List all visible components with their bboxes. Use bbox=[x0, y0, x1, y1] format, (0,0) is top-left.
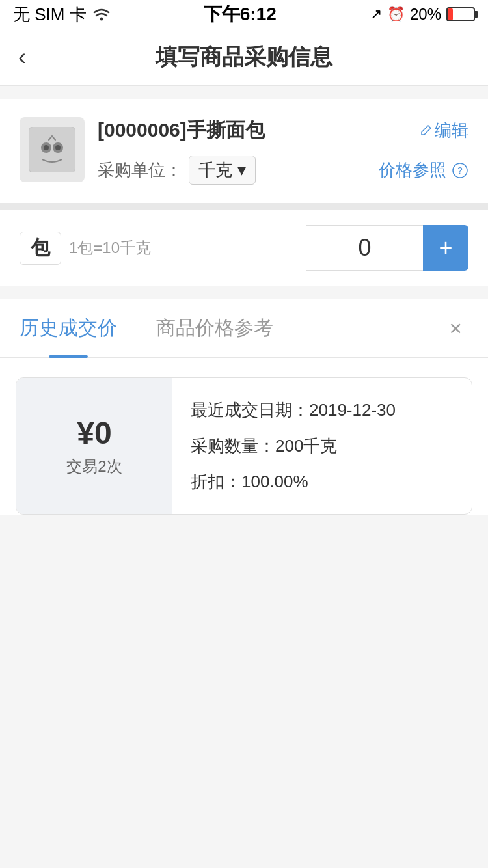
help-icon: ? bbox=[452, 162, 468, 179]
product-name: [0000006]手撕面包 bbox=[98, 117, 265, 144]
unit-label-group: 采购单位： 千克 ▾ bbox=[98, 156, 256, 185]
battery-percent: 20% bbox=[410, 5, 441, 23]
product-logo-icon bbox=[29, 127, 75, 172]
quantity-input[interactable] bbox=[306, 225, 423, 271]
quantity-input-group: + bbox=[306, 225, 468, 271]
unit-conversion: 1包=10千克 bbox=[69, 237, 151, 258]
back-button[interactable]: ‹ bbox=[18, 44, 26, 71]
discount-value: 100.00% bbox=[241, 472, 308, 491]
plus-icon: + bbox=[439, 234, 452, 262]
history-trades: 交易2次 bbox=[66, 456, 122, 477]
status-right: ↗ ⏰ 20% bbox=[370, 5, 475, 23]
history-price-section: ¥0 交易2次 bbox=[16, 378, 172, 514]
alarm-icon: ⏰ bbox=[387, 6, 405, 23]
tabs-list: 历史成交价 商品价格参考 bbox=[20, 299, 273, 358]
carrier-text: 无 SIM 卡 bbox=[13, 3, 87, 26]
location-icon: ↗ bbox=[370, 6, 382, 23]
quantity-label: 采购数量： bbox=[191, 436, 275, 455]
product-image bbox=[20, 117, 85, 182]
sim-icon bbox=[93, 7, 110, 21]
product-id: [0000006] bbox=[98, 119, 187, 141]
tab-reference[interactable]: 商品价格参考 bbox=[156, 299, 273, 358]
svg-rect-1 bbox=[29, 127, 75, 172]
history-date-row: 最近成交日期：2019-12-30 bbox=[191, 398, 454, 423]
quantity-value: 200千克 bbox=[275, 436, 337, 455]
tab-history[interactable]: 历史成交价 bbox=[20, 299, 117, 358]
unit-value: 千克 bbox=[198, 159, 232, 182]
content-area bbox=[0, 534, 488, 868]
tab-history-label: 历史成交价 bbox=[20, 315, 117, 342]
product-unit-row: 采购单位： 千克 ▾ 价格参照 ? bbox=[98, 156, 468, 185]
unit-label-text: 采购单位： bbox=[98, 159, 182, 182]
status-bar: 无 SIM 卡 下午6:12 ↗ ⏰ 20% bbox=[0, 0, 488, 29]
tabs-section: 历史成交价 商品价格参考 × ¥0 交易2次 最近成交日期：2019-12-30… bbox=[0, 299, 488, 515]
svg-point-5 bbox=[55, 145, 61, 150]
history-details-section: 最近成交日期：2019-12-30 采购数量：200千克 折扣：100.00% bbox=[172, 378, 472, 514]
status-left: 无 SIM 卡 bbox=[13, 3, 110, 26]
product-card: [0000006]手撕面包 编辑 采购单位： 千克 ▾ 价格参照 bbox=[0, 99, 488, 203]
product-info: [0000006]手撕面包 编辑 采购单位： 千克 ▾ 价格参照 bbox=[98, 117, 468, 185]
section-divider bbox=[0, 203, 488, 210]
dropdown-icon: ▾ bbox=[237, 160, 246, 180]
svg-text:?: ? bbox=[457, 165, 463, 176]
recent-date-label: 最近成交日期： bbox=[191, 400, 309, 420]
price-reference-button[interactable]: 价格参照 ? bbox=[379, 159, 468, 182]
tabs-header: 历史成交价 商品价格参考 × bbox=[0, 299, 488, 358]
history-price: ¥0 bbox=[77, 415, 111, 451]
edit-label: 编辑 bbox=[435, 119, 468, 142]
svg-point-4 bbox=[44, 145, 49, 150]
history-card: ¥0 交易2次 最近成交日期：2019-12-30 采购数量：200千克 折扣：… bbox=[16, 377, 472, 515]
page-title: 填写商品采购信息 bbox=[156, 42, 332, 72]
price-ref-label: 价格参照 bbox=[379, 159, 446, 182]
tabs-close-button[interactable]: × bbox=[442, 309, 468, 347]
unit-selector[interactable]: 千克 ▾ bbox=[189, 156, 256, 185]
edit-icon bbox=[419, 124, 432, 137]
recent-date-value: 2019-12-30 bbox=[309, 400, 396, 420]
quantity-plus-button[interactable]: + bbox=[423, 225, 468, 271]
battery-icon bbox=[446, 7, 475, 21]
battery-fill bbox=[448, 8, 453, 20]
nav-bar: ‹ 填写商品采购信息 bbox=[0, 29, 488, 86]
quantity-unit-info: 包 1包=10千克 bbox=[20, 232, 151, 265]
history-discount-row: 折扣：100.00% bbox=[191, 469, 454, 495]
discount-label: 折扣： bbox=[191, 472, 241, 491]
product-thumbnail bbox=[29, 127, 75, 172]
status-time: 下午6:12 bbox=[204, 2, 277, 27]
edit-button[interactable]: 编辑 bbox=[419, 119, 468, 142]
tab-reference-label: 商品价格参考 bbox=[156, 315, 273, 342]
svg-point-0 bbox=[100, 18, 103, 21]
product-header: [0000006]手撕面包 编辑 bbox=[98, 117, 468, 144]
product-title: 手撕面包 bbox=[187, 119, 265, 141]
history-quantity-row: 采购数量：200千克 bbox=[191, 433, 454, 459]
quantity-row: 包 1包=10千克 + bbox=[0, 210, 488, 286]
unit-badge: 包 bbox=[20, 232, 61, 265]
